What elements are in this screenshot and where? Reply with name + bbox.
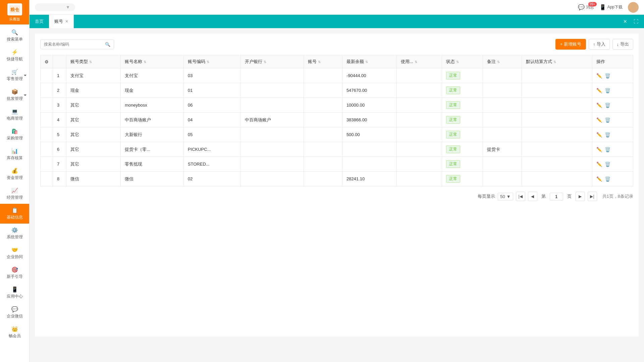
sidebar-item-app-center[interactable]: 📱应用中心 [0,283,29,303]
th-use[interactable]: 使用...⇅ [397,55,442,68]
account-search-box[interactable]: 🔍 [40,40,114,49]
sidebar-item-corp-wechat[interactable]: 💬企业微信 [0,303,29,322]
status-badge-1: 正常 [446,86,460,94]
account-search-icon[interactable]: 🔍 [105,42,110,47]
tab-expand-btn[interactable]: ⛶ [632,17,640,25]
cell-type-3: 其它 [66,113,121,127]
sidebar-item-inventory[interactable]: 📊库存核算 [0,144,29,164]
th-type[interactable]: 账号类型⇅ [66,55,121,68]
delete-btn-5[interactable]: 🗑️ [605,147,610,152]
th-balance[interactable]: 最新余额⇅ [342,55,396,68]
message-btn[interactable]: 💬 消息 99+ [578,4,594,10]
cell-balance-0: -90444.00 [342,68,396,83]
th-default-settle[interactable]: 默认结算方式⇅ [522,55,592,68]
nav-icon-finance-mgmt: 💰 [11,168,18,174]
add-account-button[interactable]: + 新增账号 [555,39,586,50]
th-account[interactable]: 账号⇅ [304,55,342,68]
nav-label-ops-mgmt: 经营管理 [7,195,23,200]
sidebar-item-wholesale-mgmt[interactable]: 📦批发管理 [0,85,29,105]
sidebar-item-finance-mgmt[interactable]: 💰资金管理 [0,164,29,184]
status-badge-6: 正常 [446,160,460,168]
delete-btn-0[interactable]: 🗑️ [605,73,610,78]
app-download-btn[interactable]: 📱 App下载 [599,4,623,10]
cell-account-4 [304,127,342,142]
import-button[interactable]: ↑ 导入 [589,39,610,50]
cell-gear-7 [41,172,53,186]
page-size-select[interactable]: 50 ▼ [498,193,513,200]
sidebar-item-basic-info[interactable]: 📋基础信息 [0,204,29,224]
user-avatar[interactable] [628,2,639,13]
cell-code-7: 02 [183,172,241,186]
cell-account-3 [304,113,342,127]
sidebar-item-new-guide[interactable]: 🎯新手引导 [0,263,29,283]
th-code[interactable]: 账号编码⇅ [183,55,241,68]
th-bank[interactable]: 开户银行⇅ [241,55,304,68]
delete-btn-2[interactable]: 🗑️ [605,103,610,108]
tab-account-close[interactable]: ✕ [65,19,68,24]
header-search-box[interactable]: ▼ [35,3,75,11]
cell-status-2: 正常 [442,98,483,113]
th-remark[interactable]: 备注⇅ [483,55,522,68]
nav-icon-search-menu: 🔍 [11,29,18,36]
cell-code-5: PICKUPC... [183,142,241,157]
th-action: 操作 [592,55,633,68]
tab-home[interactable]: 首页 [30,15,49,28]
delete-btn-6[interactable]: 🗑️ [605,162,610,167]
th-name[interactable]: 账号名称⇅ [121,55,184,68]
sidebar-item-purchase-mgmt[interactable]: 🛍️采购管理 [0,125,29,144]
last-page-btn[interactable]: ▶| [588,192,597,201]
first-page-btn[interactable]: |◀ [516,192,525,201]
header-search-input[interactable] [39,5,66,10]
edit-btn-7[interactable]: ✏️ [596,176,602,182]
delete-btn-3[interactable]: 🗑️ [605,117,610,123]
cell-use-0 [397,68,442,83]
edit-btn-1[interactable]: ✏️ [596,88,602,93]
cell-bank-2 [241,98,304,113]
cell-remark-4 [483,127,522,142]
page-input[interactable] [550,193,563,200]
sidebar-item-retail-mgmt[interactable]: 🛒零售管理 [0,65,29,85]
delete-btn-4[interactable]: 🗑️ [605,132,610,137]
sidebar-item-sys-mgmt[interactable]: ⚙️系统管理 [0,224,29,243]
delete-btn-1[interactable]: 🗑️ [605,88,610,93]
sidebar-item-quick-nav[interactable]: ⚡快捷导航 [0,46,29,65]
cell-use-7 [397,172,442,186]
sidebar-item-vip[interactable]: 👑畅会员 [0,322,29,342]
nav-label-ecom-mgmt: 电商管理 [7,116,23,121]
tab-account-label: 账号 [54,18,63,24]
tab-close-btn[interactable]: ✕ [621,17,629,25]
edit-btn-2[interactable]: ✏️ [596,103,602,108]
cell-bank-4 [241,127,304,142]
cell-gear-3 [41,113,53,127]
edit-btn-0[interactable]: ✏️ [596,73,602,78]
next-page-btn[interactable]: ▶ [576,192,585,201]
page-label-after: 页 [567,193,572,199]
delete-btn-7[interactable]: 🗑️ [605,176,610,182]
cell-type-6: 其它 [66,157,121,172]
cell-type-2: 其它 [66,98,121,113]
total-text: 共1页，8条记录 [602,193,633,199]
edit-btn-6[interactable]: ✏️ [596,162,602,167]
sidebar-item-corp-agreement[interactable]: 🤝企业协同 [0,243,29,263]
th-status[interactable]: 状态⇅ [442,55,483,68]
cell-no-5: 6 [53,142,66,157]
cell-action-1: ✏️ 🗑️ [592,83,633,98]
account-search-input[interactable] [44,42,105,47]
prev-page-btn[interactable]: ◀ [528,192,537,201]
edit-btn-4[interactable]: ✏️ [596,132,602,137]
sidebar-item-ecom-mgmt[interactable]: 💻电商管理 [0,105,29,125]
th-gear[interactable]: ⚙ [41,55,53,68]
export-button[interactable]: ↓ 导出 [612,39,634,50]
sidebar-item-ops-mgmt[interactable]: 📈经营管理 [0,184,29,204]
nav-icon-corp-agreement: 🤝 [11,247,18,253]
edit-btn-5[interactable]: ✏️ [596,147,602,152]
cell-code-2: 06 [183,98,241,113]
nav-label-wholesale-mgmt: 批发管理 [7,96,23,102]
sidebar-item-search-menu[interactable]: 🔍搜索菜单 [0,26,29,46]
header-right: 💬 消息 99+ 📱 App下载 [578,2,639,13]
cell-bank-0 [241,68,304,83]
cell-name-0: 支付宝 [121,68,184,83]
edit-btn-3[interactable]: ✏️ [596,117,602,123]
cell-account-0 [304,68,342,83]
tab-account[interactable]: 账号 ✕ [49,15,74,28]
